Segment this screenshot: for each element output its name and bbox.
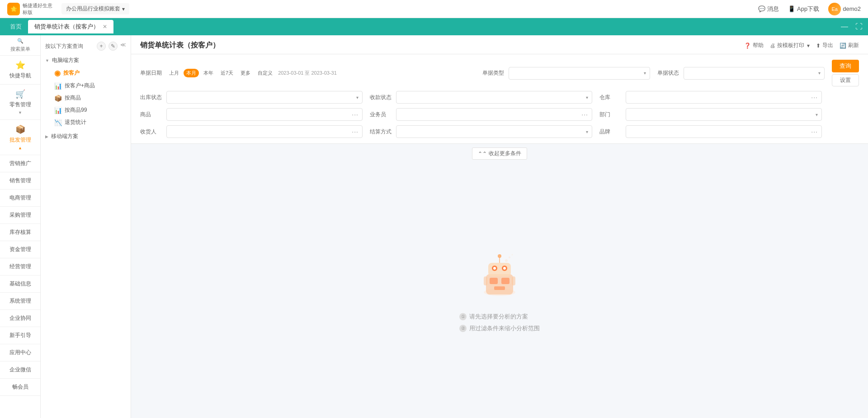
goods-select[interactable]: ··· [166,108,363,121]
help-icon: ❓ [744,43,751,49]
search-icon: 🔍 [17,38,24,44]
date-btn-more[interactable]: 更多 [238,69,253,77]
sidebar-item-onboarding[interactable]: 新手引导 [0,327,40,344]
sidebar-item-retail[interactable]: 🛒 零售管理 ▼ [0,85,40,120]
date-quick-btns: 上月 本月 本年 近7天 更多 自定义 [166,69,275,77]
doc-type-select[interactable]: ▾ [509,67,650,80]
brand-select[interactable]: ··· [626,125,822,138]
tab-sales-stat[interactable]: 销货单统计表（按客户） ✕ [28,20,113,33]
date-btn-last-month[interactable]: 上月 [166,69,182,77]
filter-row-3: 商品 ··· 业务员 ··· 部门 [140,108,859,121]
empty-illustration [472,249,527,304]
filter-panel: 按以下方案查询 + ✎ ≪ ▼ 电脑端方案 ◉ 按客户 📊 按客户+商品 [41,35,131,418]
date-range-row: 上月 本月 本年 近7天 更多 自定义 2023-03-01 至 2023-03… [166,69,337,77]
tab-expand-icon[interactable]: ⛶ [854,21,864,33]
goods-label: 商品 [140,111,163,119]
tab-minimize-icon[interactable]: — [839,21,850,33]
scheme-by-customer-goods[interactable]: 📊 按客户+商品 [41,80,131,92]
warehouse-select[interactable]: ··· [626,91,822,104]
dots-icon: ··· [811,94,818,101]
sidebar-item-operations[interactable]: 经营管理 [0,258,40,276]
sidebar-search[interactable]: 🔍 搜索菜单 [0,35,40,56]
settlement-field: 结算方式 ▾ [370,125,592,138]
department-label: 部门 [599,111,622,119]
refresh-button[interactable]: 🔄 刷新 [840,42,859,49]
collapse-panel-button[interactable]: ≪ [120,42,126,51]
goods99-icon: 📊 [54,107,62,114]
sidebar-item-enterprise[interactable]: 企业协同 [0,310,40,327]
sidebar-item-wholesale[interactable]: 📦 批发管理 ▲ [0,120,40,155]
svg-rect-2 [490,278,498,284]
message-icon: 💬 [758,5,765,12]
empty-state: ① 请先选择要分析的方案 ② 用过滤条件来缩小分析范围 [131,163,868,418]
page-header-actions: ❓ 帮助 🖨 按模板打印 ▾ ⬆ 导出 🔄 刷新 [744,42,859,49]
sidebar-item-members[interactable]: 畅会员 [0,379,40,396]
settlement-label: 结算方式 [370,128,392,136]
department-select[interactable]: ▾ [626,108,822,121]
user-action[interactable]: Ea demo2 [828,3,861,15]
tab-home[interactable]: 首页 [4,20,28,33]
download-icon: 📱 [788,5,795,12]
tab-bar: 首页 销货单统计表（按客户） ✕ — ⛶ [0,18,868,35]
scheme-return-stat[interactable]: 📉 退货统计 [41,116,131,128]
receiver-select[interactable]: ··· [166,125,363,138]
print-button[interactable]: 🖨 按模板打印 ▾ [770,42,810,49]
print-icon: 🖨 [770,43,775,49]
date-range-text: 2023-03-01 至 2023-03-31 [278,70,337,76]
date-btn-this-month[interactable]: 本月 [184,69,199,77]
export-icon: ⬆ [816,43,821,49]
message-action[interactable]: 💬 消息 [758,5,779,13]
scheme-by-customer[interactable]: ◉ 按客户 [41,66,131,80]
scheme-by-goods[interactable]: 📦 按商品 [41,92,131,104]
date-btn-this-year[interactable]: 本年 [201,69,216,77]
sidebar-item-inventory[interactable]: 库存核算 [0,224,40,241]
doc-status-select[interactable]: ▾ [684,67,825,80]
tab-close-icon[interactable]: ✕ [103,24,107,30]
sidebar-item-enterprise-wechat[interactable]: 企业微信 [0,361,40,379]
right-content: 销货单统计表（按客户） ❓ 帮助 🖨 按模板打印 ▾ ⬆ 导出 [131,35,868,418]
sidebar-item-purchase[interactable]: 采购管理 [0,207,40,224]
refresh-icon: 🔄 [840,43,846,49]
mobile-scheme-group[interactable]: ▶ 移动端方案 [41,130,131,142]
sidebar-item-sales[interactable]: 销售管理 [0,172,40,190]
app-download-action[interactable]: 📱 App下载 [788,5,819,13]
date-btn-custom[interactable]: 自定义 [255,69,275,77]
warehouse-label: 仓库 [599,94,622,101]
sidebar-item-basic[interactable]: 基础信息 [0,276,40,293]
svg-point-16 [512,254,513,255]
dots-icon: ··· [352,111,359,118]
customer-icon: ◉ [54,69,61,77]
chart-icon: 📊 [54,82,62,90]
svg-point-13 [498,254,501,258]
header-right: 💬 消息 📱 App下载 Ea demo2 [758,3,861,15]
chevron-down-icon: ▾ [818,71,821,76]
dots-icon: ··· [811,128,818,135]
sidebar-item-appstore[interactable]: 应用中心 [0,344,40,361]
sidebar-item-marketing[interactable]: 营销推广 [0,155,40,172]
help-button[interactable]: ❓ 帮助 [744,42,764,49]
chevron-up-icon: ▲ [18,146,22,150]
out-status-select[interactable]: ▾ [166,91,363,104]
print-dropdown-icon[interactable]: ▾ [807,43,810,49]
svg-rect-1 [486,274,513,294]
add-scheme-button[interactable]: + [97,42,106,51]
doc-type-field: 单据类型 ▾ [482,67,650,80]
desktop-scheme-group[interactable]: ▼ 电脑端方案 [41,54,131,66]
edit-scheme-button[interactable]: ✎ [108,42,118,51]
salesperson-select[interactable]: ··· [396,108,592,121]
sidebar-item-ecom[interactable]: 电商管理 [0,190,40,207]
return-icon: 📉 [54,119,62,126]
export-button[interactable]: ⬆ 导出 [816,42,833,49]
collapse-button[interactable]: ⌃⌃ 收起更多条件 [472,147,527,160]
logo-text: 畅捷通好生意 标版 [23,2,52,15]
scheme-by-goods99[interactable]: 📊 按商品99 [41,104,131,116]
sidebar-item-finance[interactable]: 资金管理 [0,241,40,258]
settings-button[interactable]: 设置 [832,74,859,86]
app-selector[interactable]: 办公用品行业模拟账套 ▾ [61,3,129,14]
payment-status-select[interactable]: ▾ [396,91,592,104]
settlement-select[interactable]: ▾ [396,125,592,138]
query-button[interactable]: 查询 [832,60,859,72]
sidebar-item-system[interactable]: 系统管理 [0,293,40,310]
date-btn-7days[interactable]: 近7天 [218,69,236,77]
sidebar-item-quick-nav[interactable]: ⭐ 快捷导航 [0,56,40,85]
